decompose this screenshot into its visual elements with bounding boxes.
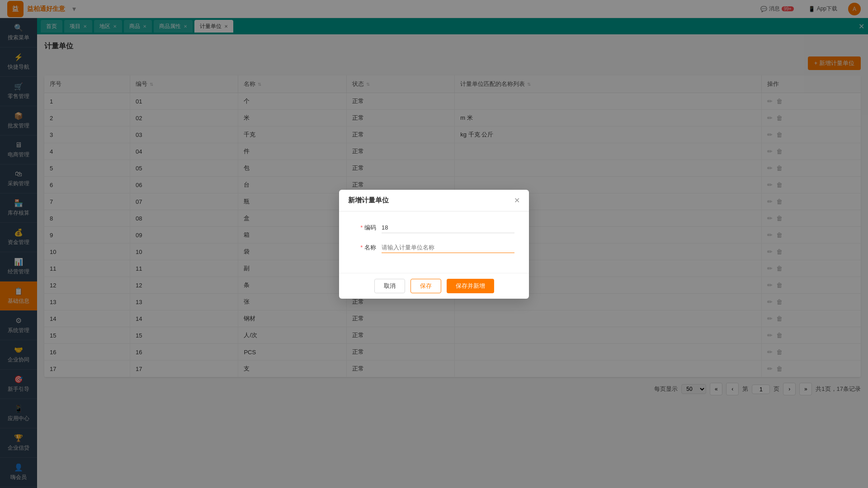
code-label: 编码 (354, 224, 376, 232)
code-input[interactable] (382, 222, 514, 233)
modal-footer: 取消 保存 保存并新增 (339, 273, 529, 299)
modal-body: 编码 名称 (339, 211, 529, 273)
modal-header: 新增计量单位 ✕ (339, 190, 529, 211)
modal-overlay: 新增计量单位 ✕ 编码 名称 取消 保存 保存并新增 (0, 0, 868, 488)
name-input[interactable] (382, 242, 514, 253)
modal-title: 新增计量单位 (348, 196, 389, 205)
modal-close-button[interactable]: ✕ (514, 196, 520, 205)
save-and-new-button[interactable]: 保存并新增 (447, 279, 494, 293)
name-label: 名称 (354, 244, 376, 252)
name-form-row: 名称 (354, 242, 514, 253)
code-form-row: 编码 (354, 222, 514, 233)
modal: 新增计量单位 ✕ 编码 名称 取消 保存 保存并新增 (339, 190, 529, 299)
cancel-button[interactable]: 取消 (374, 279, 405, 293)
save-button[interactable]: 保存 (410, 279, 441, 293)
